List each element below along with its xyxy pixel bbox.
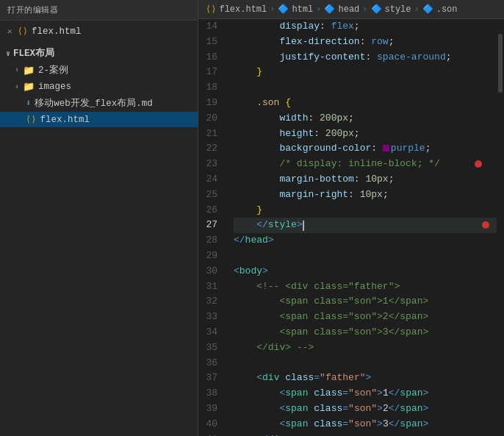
line-num-41: 41 xyxy=(198,432,223,436)
line-num-15: 15 xyxy=(198,35,223,50)
sidebar-item-md[interactable]: ⬇ 移动web开发_flex布局.md xyxy=(0,95,198,112)
line-num-19: 19 xyxy=(198,96,223,111)
code-line-40: <span class="son">3</span> xyxy=(234,417,497,432)
line-num-28: 28 xyxy=(198,233,223,249)
code-line-17: } xyxy=(234,65,497,80)
line-num-36: 36 xyxy=(198,356,223,371)
code-line-29 xyxy=(234,249,497,264)
code-line-25: margin-right: 10px; xyxy=(234,187,497,203)
code-line-16: justify-content: space-around; xyxy=(234,50,497,65)
sidebar: 打开的编辑器 ✕ ⟨⟩ flex.html ∨ FLEX布局 › 📁 2-案例 … xyxy=(0,0,198,436)
code-line-38: <span class="son">1</span> xyxy=(234,386,497,401)
code-line-15: flex-direction: row; xyxy=(234,35,497,50)
code-line-32: <span class="son">1</span> xyxy=(234,294,497,310)
head-breadcrumb-icon: 🔷 xyxy=(324,4,335,15)
line-num-37: 37 xyxy=(198,371,223,386)
editor-area: ⟨⟩ flex.html › 🔷 html › 🔷 head › 🔷 style… xyxy=(198,0,504,436)
code-line-30: <body> xyxy=(234,264,497,279)
son-breadcrumb-icon: 🔷 xyxy=(422,4,433,15)
line-num-39: 39 xyxy=(198,401,223,417)
html-breadcrumb-icon2: 🔷 xyxy=(278,4,289,15)
sidebar-item-flex-html[interactable]: ⟨⟩ flex.html xyxy=(0,112,198,127)
line-num-23: 23 xyxy=(198,157,223,172)
code-line-27: </style> xyxy=(234,218,497,233)
html-breadcrumb-icon: ⟨⟩ xyxy=(206,4,216,15)
code-area[interactable]: 14 15 16 17 18 19 20 21 22 23 24 25 26 2… xyxy=(198,19,504,436)
line-num-31: 31 xyxy=(198,279,223,295)
open-tab-flex-html[interactable]: ✕ ⟨⟩ flex.html xyxy=(0,24,198,39)
line-num-22: 22 xyxy=(198,141,223,157)
code-line-21: height: 200px; xyxy=(234,126,497,142)
breadcrumb: ⟨⟩ flex.html › 🔷 html › 🔷 head › 🔷 style… xyxy=(198,0,504,19)
open-tabs-section: ✕ ⟨⟩ flex.html xyxy=(0,21,198,42)
red-dot-line27 xyxy=(482,221,489,229)
line-num-32: 32 xyxy=(198,294,223,310)
tree-item-label: images xyxy=(38,82,71,92)
code-line-39: <span class="son">2</span> xyxy=(234,401,497,417)
code-line-36 xyxy=(234,356,497,371)
line-num-24: 24 xyxy=(198,172,223,187)
code-line-19: .son { xyxy=(234,96,497,111)
line-num-34: 34 xyxy=(198,325,223,340)
line-numbers: 14 15 16 17 18 19 20 21 22 23 24 25 26 2… xyxy=(198,19,229,436)
breadcrumb-son: .son xyxy=(436,4,458,15)
line-num-17: 17 xyxy=(198,65,223,80)
chevron-right-icon: › xyxy=(15,83,19,91)
text-cursor xyxy=(303,221,304,231)
purple-color-swatch xyxy=(383,145,389,151)
breadcrumb-flex-html: flex.html xyxy=(219,4,267,15)
code-lines[interactable]: display: flex; flex-direction: row; just… xyxy=(229,19,497,436)
code-line-34: <span class="son">3</span> xyxy=(234,325,497,340)
folder-icon: 📁 xyxy=(23,65,35,76)
folder-icon: 📁 xyxy=(23,81,35,93)
line-num-16: 16 xyxy=(198,50,223,65)
line-num-20: 20 xyxy=(198,111,223,126)
line-num-21: 21 xyxy=(198,126,223,142)
sidebar-header-label: 打开的编辑器 xyxy=(7,4,58,15)
code-line-14: display: flex; xyxy=(234,19,497,35)
sidebar-header: 打开的编辑器 xyxy=(0,0,198,21)
code-line-18 xyxy=(234,80,497,96)
html-file-icon: ⟨⟩ xyxy=(18,26,28,37)
line-num-35: 35 xyxy=(198,340,223,356)
line-num-14: 14 xyxy=(198,19,223,35)
tree-item-label: 2-案例 xyxy=(38,64,68,76)
sidebar-item-images[interactable]: › 📁 images xyxy=(0,79,198,95)
line-num-26: 26 xyxy=(198,203,223,218)
folder-section: ∨ FLEX布局 › 📁 2-案例 › 📁 images ⬇ 移动web开发_f… xyxy=(0,42,198,130)
code-line-37: <div class="father"> xyxy=(234,371,497,386)
red-dot-decoration xyxy=(475,160,482,168)
close-icon[interactable]: ✕ xyxy=(7,26,12,36)
code-line-35: </div> --> xyxy=(234,340,497,356)
line-num-30: 30 xyxy=(198,264,223,279)
sidebar-item-2-cases[interactable]: › 📁 2-案例 xyxy=(0,62,198,79)
tree-item-label: flex.html xyxy=(40,115,90,125)
md-file-icon: ⬇ xyxy=(26,98,31,109)
html-file-icon: ⟨⟩ xyxy=(26,114,36,125)
code-line-31: <!-- <div class="father"> xyxy=(234,279,497,295)
code-line-20: width: 200px; xyxy=(234,111,497,126)
line-num-27: 27 xyxy=(198,218,223,233)
breadcrumb-style: style xyxy=(385,4,411,15)
line-num-25: 25 xyxy=(198,187,223,203)
breadcrumb-html: html xyxy=(292,4,313,15)
scrollbar[interactable] xyxy=(497,19,504,436)
code-line-33: <span class="son">2</span> xyxy=(234,310,497,325)
code-line-41: </div> xyxy=(234,432,497,436)
breadcrumb-head: head xyxy=(338,4,359,15)
line-num-38: 38 xyxy=(198,386,223,401)
folder-root-flex[interactable]: ∨ FLEX布局 xyxy=(0,45,198,62)
open-tab-filename: flex.html xyxy=(32,26,82,37)
code-line-23: /* display: inline-block; */ xyxy=(234,157,497,172)
code-line-26: } xyxy=(234,203,497,218)
line-num-18: 18 xyxy=(198,80,223,96)
chevron-down-icon: ∨ xyxy=(6,49,10,58)
code-line-24: margin-bottom: 10px; xyxy=(234,172,497,187)
line-num-40: 40 xyxy=(198,417,223,432)
tree-item-label: 移动web开发_flex布局.md xyxy=(35,97,153,110)
code-line-22: background-color: purple; xyxy=(234,141,497,157)
scrollbar-thumb[interactable] xyxy=(498,34,503,93)
line-num-33: 33 xyxy=(198,310,223,325)
code-line-28: </head> xyxy=(234,233,497,249)
line-num-29: 29 xyxy=(198,249,223,264)
